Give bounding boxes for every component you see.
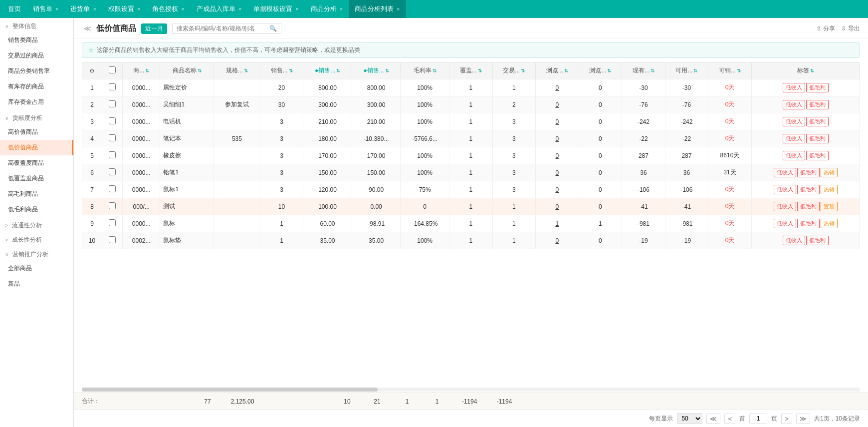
th-sales3[interactable]: ●销售...⇅ [352,62,401,79]
cell-check[interactable] [102,147,123,164]
cell-view1[interactable]: 0 [536,130,579,147]
view1-link[interactable]: 0 [556,84,559,91]
row-checkbox[interactable] [109,168,116,175]
cell-view1[interactable]: 0 [536,96,579,113]
nav-sales[interactable]: 销售单 × [27,0,64,18]
sidebar-item-in-stock[interactable]: 有库存的商品 [0,79,73,94]
cell-check[interactable] [102,130,123,147]
cell-view1[interactable]: 0 [536,147,579,164]
gear-icon[interactable]: ⚙ [89,67,95,74]
sidebar-item-high-value[interactable]: 高价值商品 [0,124,73,140]
nav-permission-close[interactable]: × [137,6,140,12]
select-all-checkbox[interactable] [109,66,116,73]
row-checkbox[interactable] [109,236,116,243]
nav-role[interactable]: 角色授权 × [146,0,190,18]
search-icon[interactable]: 🔍 [269,25,277,32]
next-page-button[interactable]: > [781,414,792,424]
th-stock2[interactable]: 可用...⇅ [665,62,708,79]
nav-purchase[interactable]: 进货单 × [64,0,102,18]
th-view1[interactable]: 浏览...⇅ [536,62,579,79]
th-name[interactable]: 商品名称⇅ [160,62,214,79]
sidebar-item-low-value[interactable]: 低价值商品 [0,140,73,155]
nav-product-analysis[interactable]: 商品分析 × [305,0,349,18]
per-page-select[interactable]: 50 100 200 [677,413,702,424]
cell-check[interactable] [102,232,123,249]
cell-check[interactable] [102,181,123,198]
row-checkbox[interactable] [109,202,116,209]
sidebar-item-new-products[interactable]: 新品 [0,276,73,292]
th-margin[interactable]: 毛利率⇅ [401,62,449,79]
view1-link[interactable]: 0 [556,101,559,108]
view1-link[interactable]: 0 [556,118,559,125]
sidebar-item-all-products[interactable]: 全部商品 [0,261,73,276]
share-button[interactable]: ⇧ 分享 [816,24,835,33]
view1-link[interactable]: 1 [556,220,559,227]
sidebar-item-low-coverage[interactable]: 低覆盖度商品 [0,171,73,186]
sidebar-item-high-margin[interactable]: 高毛利商品 [0,186,73,202]
th-gear[interactable]: ⚙ [82,62,102,79]
nav-permission[interactable]: 权限设置 × [102,0,146,18]
sidebar-item-stock-capital[interactable]: 库存资金占用 [0,94,73,110]
row-checkbox[interactable] [109,83,116,90]
sidebar-item-low-margin[interactable]: 低毛利商品 [0,202,73,217]
nav-template[interactable]: 单据模板设置 × [247,0,304,18]
row-checkbox[interactable] [109,151,116,158]
cell-check[interactable] [102,164,123,181]
th-cover[interactable]: 覆盖...⇅ [449,62,493,79]
row-checkbox[interactable] [109,117,116,124]
nav-home[interactable]: 首页 [2,0,27,18]
nav-product-analysis-list-close[interactable]: × [397,6,400,12]
sidebar-item-traded-products[interactable]: 交易过的商品 [0,48,73,63]
cell-check[interactable] [102,79,123,96]
scroll-bar[interactable] [82,388,860,392]
th-sales1[interactable]: 销售...⇅ [260,62,303,79]
cell-view1[interactable]: 0 [536,164,579,181]
th-tags[interactable]: 标签⇅ [751,62,860,79]
view1-link[interactable]: 0 [556,186,559,193]
nav-role-close[interactable]: × [181,6,184,12]
nav-product-analysis-close[interactable]: × [340,6,343,12]
th-trade[interactable]: 交易...⇅ [492,62,536,79]
cell-view1[interactable]: 0 [536,198,579,215]
view1-link[interactable]: 0 [556,203,559,210]
cell-check[interactable] [102,215,123,232]
nav-purchase-close[interactable]: × [93,6,96,12]
sidebar-item-high-coverage[interactable]: 高覆盖度商品 [0,155,73,171]
row-checkbox[interactable] [109,134,116,141]
sidebar-item-category-sales-rate[interactable]: 商品分类销售率 [0,63,73,79]
row-checkbox[interactable] [109,185,116,192]
cell-view1[interactable]: 0 [536,79,579,96]
view1-link[interactable]: 0 [556,237,559,244]
export-button[interactable]: ⇩ 导出 [841,24,860,33]
last-page-button[interactable]: ≫ [796,414,810,424]
cell-view1[interactable]: 0 [536,232,579,249]
cell-check[interactable] [102,96,123,113]
view1-link[interactable]: 0 [556,152,559,159]
cell-view1[interactable]: 1 [536,215,579,232]
view1-link[interactable]: 0 [556,169,559,176]
nav-product-stock[interactable]: 产成品入库单 × [191,0,247,18]
sidebar-item-sales-products[interactable]: 销售类商品 [0,32,73,48]
sidebar-collapse-button[interactable]: ≪ [84,24,91,32]
nav-product-stock-close[interactable]: × [238,6,241,12]
page-number-input[interactable] [749,414,767,424]
search-input[interactable] [177,25,266,32]
view1-link[interactable]: 0 [556,135,559,142]
th-code[interactable]: 商...⇅ [122,62,160,79]
th-spec[interactable]: 规格...⇅ [214,62,260,79]
first-page-button[interactable]: ≪ [706,414,720,424]
th-stock3[interactable]: 可销...⇅ [708,62,752,79]
row-checkbox[interactable] [109,100,116,107]
th-view2[interactable]: 浏览...⇅ [579,62,622,79]
th-check[interactable] [102,62,123,79]
time-filter-badge[interactable]: 近一月 [141,23,167,34]
nav-product-analysis-list[interactable]: 商品分析列表 × [349,0,406,18]
nav-template-close[interactable]: × [295,6,298,12]
th-sales2[interactable]: ●销售...⇅ [303,62,352,79]
cell-view1[interactable]: 0 [536,113,579,130]
cell-check[interactable] [102,198,123,215]
scroll-thumb[interactable] [82,388,378,392]
th-stock1[interactable]: 现有...⇅ [622,62,665,79]
prev-page-button[interactable]: < [724,414,735,424]
cell-check[interactable] [102,113,123,130]
